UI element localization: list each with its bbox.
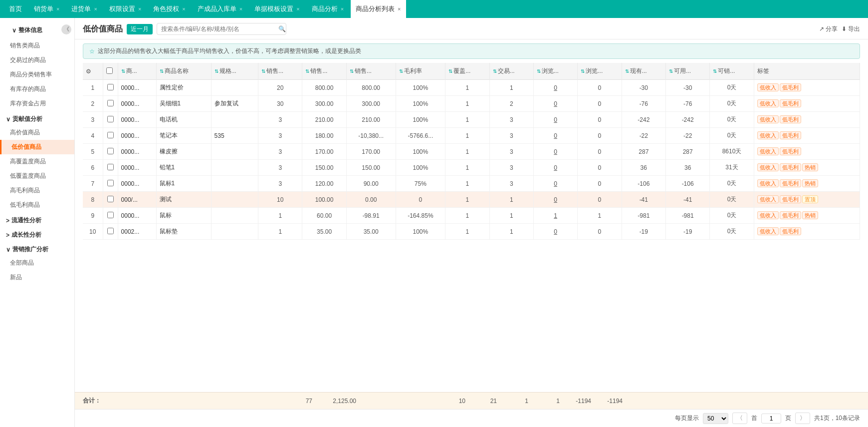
col-spec[interactable]: ⇅规格... [211, 63, 258, 80]
row-checkbox-cell[interactable] [103, 128, 118, 144]
page-size-select[interactable]: 50 100 200 [703, 413, 728, 424]
row-name[interactable]: 鼠标 [156, 208, 211, 224]
select-all-checkbox[interactable] [106, 67, 113, 74]
view1-link[interactable]: 0 [554, 148, 557, 155]
row-view1[interactable]: 0 [533, 112, 577, 128]
row-name[interactable]: 电话机 [156, 112, 211, 128]
sidebar-item-stock-goods[interactable]: 有库存的商品 [0, 82, 74, 96]
table-row[interactable]: 7 0000... 鼠标1 3 120.00 90.00 75% 1 3 0 0… [83, 176, 860, 192]
first-page-btn[interactable]: 〈 [732, 413, 747, 424]
row-checkbox[interactable] [107, 116, 114, 122]
view1-link[interactable]: 0 [554, 100, 557, 107]
table-row[interactable]: 2 0000... 吴细细1 参加复试 30 300.00 300.00 100… [83, 96, 860, 112]
sidebar-item-high-value[interactable]: 高价值商品 [0, 125, 74, 140]
row-view1[interactable]: 0 [533, 224, 577, 240]
row-checkbox-cell[interactable] [103, 160, 118, 176]
sidebar-item-high-coverage[interactable]: 高覆盖度商品 [0, 154, 74, 169]
col-sale-cost[interactable]: ⇅销售... [346, 63, 396, 80]
sidebar-item-category-rate[interactable]: 商品分类销售率 [0, 67, 74, 82]
nav-close-permission[interactable]: × [138, 6, 141, 12]
row-checkbox-cell[interactable] [103, 192, 118, 208]
row-checkbox-cell[interactable] [103, 208, 118, 224]
row-checkbox[interactable] [107, 164, 114, 170]
sidebar-group-growth[interactable]: > 成长性分析 [0, 227, 74, 241]
row-checkbox-cell[interactable] [103, 112, 118, 128]
table-row[interactable]: 1 0000... 属性定价 20 800.00 800.00 100% 1 1… [83, 80, 860, 96]
next-page-btn[interactable]: 〉 [795, 413, 810, 424]
col-gross-rate[interactable]: ⇅毛利率 [396, 63, 445, 80]
row-checkbox-cell[interactable] [103, 144, 118, 160]
row-checkbox[interactable] [107, 180, 114, 186]
row-view1[interactable]: 0 [533, 144, 577, 160]
sidebar-item-all-goods[interactable]: 全部商品 [0, 256, 74, 270]
row-checkbox-cell[interactable] [103, 80, 118, 96]
col-salable[interactable]: ⇅可销... [710, 63, 754, 80]
row-checkbox-cell[interactable] [103, 176, 118, 192]
row-view1[interactable]: 0 [533, 80, 577, 96]
table-row[interactable]: 9 0000... 鼠标 1 60.00 -98.91 -164.85% 1 1… [83, 208, 860, 224]
view1-link[interactable]: 0 [554, 84, 557, 91]
nav-product-analysis-list[interactable]: 商品分析列表 × [351, 0, 406, 18]
col-name[interactable]: ⇅商品名称 [156, 63, 211, 80]
col-trade[interactable]: ⇅交易... [489, 63, 533, 80]
row-checkbox[interactable] [107, 148, 114, 154]
view1-link[interactable]: 0 [554, 164, 557, 171]
col-available[interactable]: ⇅可用... [665, 63, 709, 80]
table-row[interactable]: 6 0000... 铅笔1 3 150.00 150.00 100% 1 3 0… [83, 160, 860, 176]
col-cover[interactable]: ⇅覆盖... [445, 63, 489, 80]
row-name[interactable]: 吴细细1 [156, 96, 211, 112]
row-checkbox-cell[interactable] [103, 96, 118, 112]
view1-link[interactable]: 1 [554, 212, 557, 219]
sidebar-item-sales-goods[interactable]: 销售类商品 [0, 38, 74, 53]
nav-close-role[interactable]: × [182, 6, 185, 12]
sidebar-item-low-coverage[interactable]: 低覆盖度商品 [0, 169, 74, 183]
sidebar-collapse-btn[interactable]: 《 [61, 24, 71, 34]
sidebar-item-low-value[interactable]: 低价值商品 [0, 140, 74, 154]
row-name[interactable]: 属性定价 [156, 80, 211, 96]
export-btn[interactable]: ⬇ 导出 [842, 25, 860, 33]
row-checkbox[interactable] [107, 84, 114, 90]
share-btn[interactable]: ↗ 分享 [819, 25, 838, 33]
nav-sales-order[interactable]: 销货单 × [29, 0, 64, 18]
col-code[interactable]: ⇅商... [118, 63, 156, 80]
row-view1[interactable]: 0 [533, 192, 577, 208]
nav-permission[interactable]: 权限设置 × [104, 0, 146, 18]
view1-link[interactable]: 0 [554, 228, 557, 235]
table-row[interactable]: 5 0000... 橡皮擦 3 170.00 170.00 100% 1 3 0… [83, 144, 860, 160]
row-name[interactable]: 鼠标1 [156, 176, 211, 192]
page-input[interactable] [761, 414, 781, 424]
search-input[interactable] [157, 23, 286, 35]
sidebar-item-low-gross[interactable]: 低毛利商品 [0, 198, 74, 212]
sidebar-group-circulation[interactable]: > 流通性分析 [0, 212, 74, 227]
sidebar-item-traded-goods[interactable]: 交易过的商品 [0, 53, 74, 67]
row-view1[interactable]: 1 [533, 208, 577, 224]
row-view1[interactable]: 0 [533, 160, 577, 176]
nav-close-product-stock[interactable]: × [239, 6, 242, 12]
col-view1[interactable]: ⇅浏览... [533, 63, 577, 80]
row-checkbox[interactable] [107, 212, 114, 218]
nav-template[interactable]: 单据模板设置 × [249, 0, 304, 18]
nav-close-product-analysis-list[interactable]: × [398, 6, 401, 12]
row-checkbox[interactable] [107, 100, 114, 106]
col-sale-price[interactable]: ⇅销售... [302, 63, 346, 80]
row-name[interactable]: 橡皮擦 [156, 144, 211, 160]
sidebar-item-high-gross[interactable]: 高毛利商品 [0, 183, 74, 198]
nav-purchase-order[interactable]: 进货单 × [66, 0, 102, 18]
table-row[interactable]: 4 0000... 笔记本 535 3 180.00 -10,380... -5… [83, 128, 860, 144]
nav-home[interactable]: 首页 [4, 0, 27, 18]
col-view2[interactable]: ⇅浏览... [578, 63, 622, 80]
search-icon[interactable]: 🔍 [278, 25, 286, 32]
nav-product-analysis[interactable]: 商品分析 × [307, 0, 349, 18]
view1-link[interactable]: 0 [554, 180, 557, 187]
view1-link[interactable]: 0 [554, 116, 557, 123]
view1-link[interactable]: 0 [554, 132, 557, 139]
col-settings[interactable]: ⚙ [83, 63, 103, 80]
sidebar-item-new-goods[interactable]: 新品 [0, 270, 74, 285]
nav-close-product-analysis[interactable]: × [341, 6, 344, 12]
period-tag-btn[interactable]: 近一月 [127, 24, 153, 34]
table-row[interactable]: 10 0002... 鼠标垫 1 35.00 35.00 100% 1 1 0 … [83, 224, 860, 240]
table-row[interactable]: 3 0000... 电话机 3 210.00 210.00 100% 1 3 0… [83, 112, 860, 128]
row-name[interactable]: 测试 [156, 192, 211, 208]
col-current[interactable]: ⇅现有... [622, 63, 665, 80]
row-checkbox[interactable] [107, 196, 114, 202]
